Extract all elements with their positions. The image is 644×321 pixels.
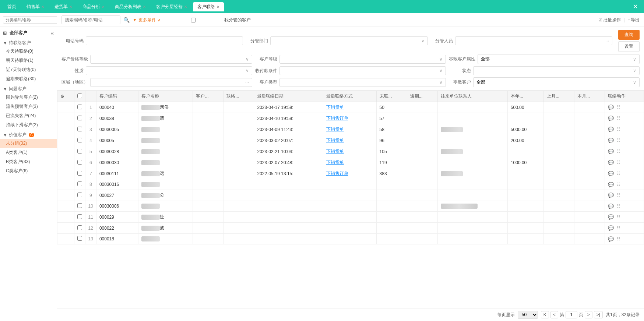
chat-icon[interactable]: 💬 bbox=[608, 225, 614, 231]
row-checkbox[interactable] bbox=[77, 236, 82, 241]
close-icon[interactable]: ✕ bbox=[143, 5, 146, 9]
row-checkbox[interactable] bbox=[77, 138, 82, 142]
row-last-method[interactable]: 下销货单 bbox=[323, 135, 376, 146]
sidebar-item-c-class[interactable]: C类客户(6) bbox=[0, 166, 57, 176]
prev-page-button[interactable]: < bbox=[550, 311, 558, 318]
row-settings[interactable] bbox=[57, 190, 74, 201]
row-checkbox[interactable] bbox=[77, 225, 82, 230]
row-settings[interactable] bbox=[57, 146, 74, 157]
nav-home[interactable]: 首页 bbox=[3, 2, 21, 11]
col-contact-header[interactable]: 联络... bbox=[224, 91, 254, 102]
chat-icon[interactable]: 💬 bbox=[608, 149, 614, 154]
row-last-method[interactable] bbox=[323, 212, 376, 223]
row-checkbox[interactable] bbox=[77, 149, 82, 154]
nav-tab-analysis-list[interactable]: 商品分析列表 ✕ bbox=[110, 2, 150, 11]
row-checkbox[interactable] bbox=[77, 214, 82, 219]
row-settings[interactable] bbox=[57, 212, 74, 223]
sidebar-item-hoarding[interactable]: 囤购异常客户(2) bbox=[0, 93, 57, 102]
nav-tab-sales[interactable]: 销售单 ✕ bbox=[22, 2, 49, 11]
nature-select[interactable]: ∨ bbox=[86, 66, 252, 75]
qr-icon[interactable]: ⠿ bbox=[617, 105, 620, 110]
col-settings[interactable]: ⚙ bbox=[57, 91, 74, 102]
select-all-checkbox[interactable] bbox=[77, 94, 82, 98]
chat-icon[interactable]: 💬 bbox=[608, 193, 614, 198]
sidebar-item-tomorrow[interactable]: 明天待联络(1) bbox=[0, 56, 57, 65]
more-conditions-button[interactable]: ▼ 更多条件 ∧ bbox=[133, 17, 161, 23]
first-page-button[interactable]: K bbox=[541, 311, 549, 318]
row-settings[interactable] bbox=[57, 179, 74, 190]
col-type-header[interactable]: 客户... bbox=[193, 91, 224, 102]
sidebar-item-churned[interactable]: 已流失客户(24) bbox=[0, 111, 57, 120]
qr-icon[interactable]: ⠿ bbox=[617, 236, 620, 242]
row-last-method[interactable] bbox=[323, 179, 376, 190]
sidebar-item-declining[interactable]: 持续下滑客户(2) bbox=[0, 120, 57, 130]
price-level-select[interactable]: ∨ bbox=[90, 55, 252, 64]
row-last-method[interactable]: 下销货单 bbox=[323, 124, 376, 135]
chat-icon[interactable]: 💬 bbox=[608, 171, 614, 176]
retail-attr-select[interactable]: 全部 ∨ bbox=[478, 54, 640, 64]
qr-icon[interactable]: ⠿ bbox=[617, 149, 620, 154]
close-icon[interactable]: ✕ bbox=[217, 5, 219, 9]
close-icon[interactable]: ✕ bbox=[102, 5, 105, 9]
sidebar-item-a-class[interactable]: A类客户(1) bbox=[0, 148, 57, 157]
col-last-date-header[interactable]: 最后联络日期 bbox=[254, 91, 323, 102]
row-settings[interactable] bbox=[57, 102, 74, 113]
qr-icon[interactable]: ⠿ bbox=[617, 138, 620, 143]
payment-select[interactable]: ∨ bbox=[279, 66, 446, 75]
qr-icon[interactable]: ⠿ bbox=[617, 214, 620, 220]
qr-icon[interactable]: ⠿ bbox=[617, 182, 620, 187]
close-icon[interactable]: ✕ bbox=[184, 5, 187, 9]
col-name-header[interactable]: 客户名称 bbox=[138, 91, 193, 102]
batch-ops-button[interactable]: ☑ 批量操作 bbox=[598, 17, 621, 23]
row-last-method[interactable]: 下销货单 bbox=[323, 157, 376, 168]
row-last-method[interactable] bbox=[323, 190, 376, 201]
last-page-button[interactable]: >| bbox=[594, 311, 603, 318]
window-close-button[interactable]: ✕ bbox=[630, 2, 641, 11]
qr-icon[interactable]: ⠿ bbox=[617, 116, 620, 121]
chat-icon[interactable]: 💬 bbox=[608, 182, 614, 187]
row-last-method[interactable] bbox=[323, 201, 376, 212]
row-last-method[interactable] bbox=[323, 234, 376, 244]
row-checkbox[interactable] bbox=[77, 171, 82, 176]
row-settings[interactable] bbox=[57, 223, 74, 234]
sidebar-item-churn-warn[interactable]: 流失预警客户(3) bbox=[0, 102, 57, 111]
qr-icon[interactable]: ⠿ bbox=[617, 225, 620, 231]
row-last-method[interactable]: 下销售订单 bbox=[323, 168, 376, 179]
qr-icon[interactable]: ⠿ bbox=[617, 204, 620, 209]
chat-icon[interactable]: 💬 bbox=[608, 214, 614, 220]
row-settings[interactable] bbox=[57, 135, 74, 146]
retail-customer-select[interactable]: 全部 ∨ bbox=[473, 77, 640, 87]
qr-icon[interactable]: ⠿ bbox=[617, 160, 620, 165]
region-select[interactable]: ··· bbox=[90, 78, 252, 87]
status-select[interactable]: ∨ bbox=[473, 66, 640, 75]
query-button[interactable]: 查询 bbox=[618, 30, 640, 40]
customer-type-select[interactable]: ∨ bbox=[279, 78, 446, 87]
close-icon[interactable]: ✕ bbox=[41, 5, 44, 9]
all-customers-header[interactable]: ⊞ 全部客户 « bbox=[0, 27, 57, 38]
manager-select[interactable]: ··· bbox=[455, 36, 612, 45]
qr-icon[interactable]: ⠿ bbox=[617, 193, 620, 198]
col-this-year-header[interactable]: 本年... bbox=[507, 91, 543, 102]
sidebar-item-b-class[interactable]: B类客户(33) bbox=[0, 157, 57, 166]
sidebar-search-input[interactable] bbox=[3, 16, 57, 24]
row-settings[interactable] bbox=[57, 234, 74, 244]
row-settings[interactable] bbox=[57, 113, 74, 124]
chat-icon[interactable]: 💬 bbox=[608, 105, 614, 110]
reset-button[interactable]: 设置 bbox=[618, 41, 640, 52]
row-settings[interactable] bbox=[57, 201, 74, 212]
search-input[interactable] bbox=[61, 15, 120, 24]
phone-input[interactable] bbox=[86, 36, 243, 45]
nav-tab-purchase[interactable]: 进货单 ✕ bbox=[50, 2, 77, 11]
chat-icon[interactable]: 💬 bbox=[608, 236, 614, 242]
row-last-method[interactable]: 下销售订单 bbox=[323, 113, 376, 124]
customer-level-select[interactable]: ∨ bbox=[279, 55, 446, 64]
row-checkbox[interactable] bbox=[77, 203, 82, 208]
search-button[interactable]: 🔍 bbox=[123, 17, 130, 23]
col-code-header[interactable]: 客户编码 bbox=[96, 91, 138, 102]
chat-icon[interactable]: 💬 bbox=[608, 127, 614, 132]
sidebar-item-today[interactable]: 今天待联络(0) bbox=[0, 47, 57, 56]
row-last-method[interactable] bbox=[323, 223, 376, 234]
sidebar-item-7days[interactable]: 近7天待联络(0) bbox=[0, 65, 57, 74]
close-icon[interactable]: ✕ bbox=[69, 5, 72, 9]
sidebar-item-overdue[interactable]: 逾期未联络(30) bbox=[0, 74, 57, 84]
